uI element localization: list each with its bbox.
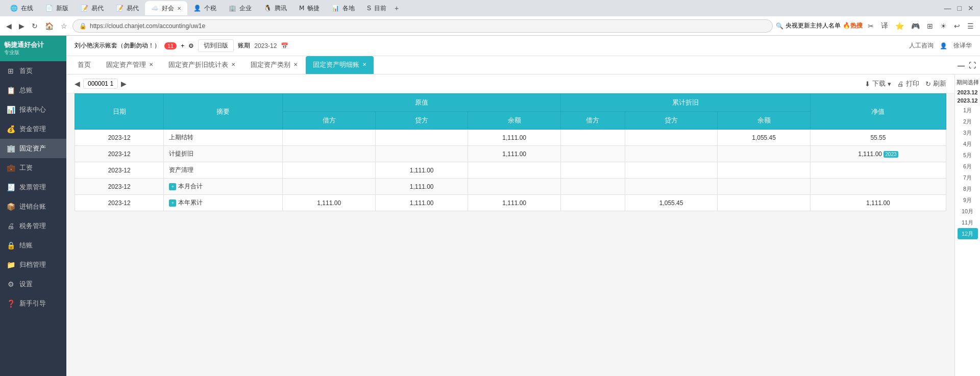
month-item-10[interactable]: 10月 [958, 206, 978, 217]
switch-version-button[interactable]: 切到旧版 [198, 39, 234, 52]
month-item-2[interactable]: 2月 [958, 116, 978, 127]
tab-browser-muqian[interactable]: S 目前 [361, 1, 393, 15]
sidebar-item-home[interactable]: ⊞ 首页 [0, 61, 66, 81]
search-area: 🔍 央视更新主持人名单 🔥热搜 [776, 21, 863, 30]
sidebar-item-funds[interactable]: 💰 资金管理 [0, 119, 66, 139]
month-item-11[interactable]: 11月 [958, 217, 978, 228]
tab-icon: Ⅿ [299, 5, 304, 12]
tab-asset-detail-ledger[interactable]: 固定资产明细账 ✕ [306, 56, 374, 74]
month-item-3[interactable]: 3月 [958, 127, 978, 138]
tab-browser-xinban[interactable]: 📄 新版 [39, 1, 75, 15]
sidebar-item-payroll[interactable]: 💼 工资 [0, 158, 66, 178]
close-button[interactable]: ✕ [966, 3, 976, 13]
logo-sub: 专业版 [4, 49, 44, 56]
tab-browser-yidai1[interactable]: 📝 易代 [75, 1, 110, 15]
tab-browser-qiye[interactable]: 🏢 企业 [223, 1, 258, 15]
refresh-button[interactable]: ↻ 刷新 [925, 79, 946, 88]
tab-icon: 📝 [81, 5, 88, 12]
ledger-area: ◀ 000001 1 ▶ ⬇ 下载 ▾ [66, 74, 954, 376]
tab-fixed-assets-mgmt[interactable]: 固定资产管理 ✕ [99, 56, 160, 74]
back-button[interactable]: ◀ [4, 20, 14, 32]
table-row: 2023-12 资产清理 1,111.00 [75, 162, 946, 179]
sidebar-item-reports[interactable]: 📊 报表中心 [0, 100, 66, 119]
sidebar-item-tax[interactable]: 🖨 税务管理 [0, 216, 66, 236]
maximize-panel-button[interactable]: ⛶ [969, 61, 976, 69]
tab-browser-geshui[interactable]: 👤 个税 [187, 1, 223, 15]
chevron-down-icon: ▾ [888, 80, 891, 88]
cell-acc-balance [718, 146, 810, 162]
tab-label: 首页 [78, 60, 91, 69]
reports-icon: 📊 [6, 106, 15, 114]
page-tabs: 首页 固定资产管理 ✕ 固定资产折旧统计表 ✕ 固定资产类别 ✕ 固定资产明细账… [66, 56, 980, 74]
tab-asset-category[interactable]: 固定资产类别 ✕ [243, 56, 305, 74]
bookmark-button[interactable]: ☆ [59, 20, 69, 32]
month-item-9[interactable]: 9月 [958, 194, 978, 206]
cell-acc-debit [560, 146, 625, 162]
extensions-button[interactable]: ✂ [866, 20, 876, 32]
settings-icon: ⚙ [6, 280, 15, 288]
edit-icon: 📅 [281, 42, 288, 49]
sidebar-item-purchase-sales[interactable]: 📦 进销台账 [0, 197, 66, 216]
ledger-header: ◀ 000001 1 ▶ ⬇ 下载 ▾ [66, 74, 954, 93]
rewards-button[interactable]: ⭐ [893, 20, 906, 32]
sidebar-item-invoice[interactable]: 🧾 发票管理 [0, 178, 66, 197]
gaming-button[interactable]: 🎮 [909, 20, 922, 32]
prev-page-button[interactable]: ◀ [75, 80, 80, 88]
cell-summary: 上期结转 [164, 130, 283, 146]
download-button[interactable]: ⬇ 下载 ▾ [865, 79, 891, 88]
tab-browser-haohui[interactable]: ☁️ 好会 ✕ [145, 1, 187, 15]
maximize-button[interactable]: □ [955, 3, 964, 13]
col-orig-debit: 借方 [283, 112, 375, 130]
month-item-5[interactable]: 5月 [958, 149, 978, 161]
brightness-button[interactable]: ☀ [938, 20, 949, 32]
sidebar-item-archive[interactable]: 📁 归档管理 [0, 255, 66, 274]
month-item-8[interactable]: 8月 [958, 183, 978, 194]
tab-close-icon[interactable]: ✕ [149, 62, 153, 67]
tab-browser-yidai2[interactable]: 📝 易代 [110, 1, 145, 15]
sidebar-item-label: 进销台账 [19, 202, 46, 211]
translate-button[interactable]: 译 [879, 19, 890, 33]
new-tab-button[interactable]: + [393, 2, 401, 14]
sidebar-item-guide[interactable]: ❓ 新手引导 [0, 294, 66, 313]
menu-button[interactable]: ☰ [965, 20, 976, 32]
month-item-1[interactable]: 1月 [958, 105, 978, 116]
sidebar-item-settings[interactable]: ⚙ 设置 [0, 274, 66, 294]
page-number-display: 000001 1 [83, 79, 118, 89]
col-net-value: 净值 [810, 94, 946, 130]
tab-depreciation-stat[interactable]: 固定资产折旧统计表 ✕ [161, 56, 242, 74]
sidebar-item-label: 资金管理 [19, 124, 46, 134]
grid-button[interactable]: ⊞ [925, 20, 935, 32]
sidebar-item-close-period[interactable]: 🔒 结账 [0, 236, 66, 255]
sidebar-item-general-ledger[interactable]: 📋 总账 [0, 81, 66, 100]
cell-acc-credit [625, 130, 717, 146]
month-item-12[interactable]: 12月 [958, 228, 978, 239]
table-row: 2023-12 上期结转 1,111.00 1,055.45 55.55 [75, 130, 946, 146]
sidebar-item-fixed-assets[interactable]: 🏢 固定资产 [0, 139, 66, 158]
tab-close-icon[interactable]: ✕ [177, 6, 181, 11]
tab-home[interactable]: 首页 [70, 56, 98, 74]
tab-browser-changjie[interactable]: Ⅿ 畅捷 [293, 1, 326, 15]
tab-close-icon[interactable]: ✕ [231, 62, 235, 67]
forward-button[interactable]: ▶ [17, 20, 27, 32]
month-item-4[interactable]: 4月 [958, 138, 978, 149]
company-name: 刘小艳演示账套（勿删勿动！） [75, 41, 160, 50]
next-page-button[interactable]: ▶ [121, 80, 127, 88]
minimize-panel-button[interactable]: — [958, 61, 965, 69]
home-button[interactable]: 🏠 [43, 20, 56, 32]
tab-close-icon[interactable]: ✕ [293, 62, 298, 67]
period-start-date: 2023.12 [957, 88, 979, 96]
tab-browser-gedi[interactable]: 📊 各地 [326, 1, 361, 15]
address-bar[interactable]: 🔒 https://cloud.chanjet.com/accounting/u… [72, 19, 773, 33]
month-item-7[interactable]: 7月 [958, 172, 978, 183]
support-label[interactable]: 人工咨询 [909, 41, 934, 50]
col-date: 日期 [75, 94, 164, 130]
print-button[interactable]: 🖨 打印 [897, 79, 919, 88]
tab-browser-zaixin[interactable]: 🌐 在线 [4, 1, 39, 15]
month-item-6[interactable]: 6月 [958, 161, 978, 172]
reload-button[interactable]: ↻ [30, 20, 40, 32]
sidebar: 畅捷通好会计 专业版 ⊞ 首页 📋 总账 📊 报表中心 💰 资金管理 🏢 [0, 36, 66, 376]
minimize-button[interactable]: — [942, 3, 953, 13]
tab-close-icon[interactable]: ✕ [362, 62, 366, 67]
tab-browser-tengxun[interactable]: 🐧 腾讯 [258, 1, 293, 15]
undo-button[interactable]: ↩ [952, 20, 962, 32]
